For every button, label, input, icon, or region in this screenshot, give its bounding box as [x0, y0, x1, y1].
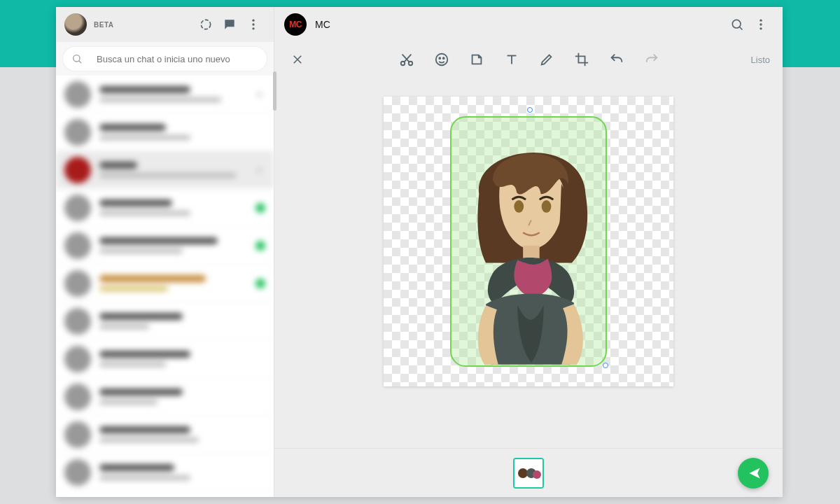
close-icon[interactable]	[287, 49, 308, 70]
image-thumbnail[interactable]	[513, 458, 544, 489]
svg-point-18	[440, 57, 441, 59]
svg-point-2	[252, 23, 254, 25]
send-button[interactable]	[738, 458, 769, 489]
emoji-icon[interactable]	[432, 50, 451, 69]
list-item[interactable]	[56, 189, 274, 227]
text-icon[interactable]	[502, 50, 522, 69]
unread-badge	[255, 279, 265, 288]
svg-point-0	[201, 20, 210, 29]
muted-icon	[255, 165, 265, 175]
svg-line-7	[740, 27, 743, 30]
svg-point-23	[542, 200, 552, 213]
list-item[interactable]	[56, 151, 274, 189]
menu-icon[interactable]	[749, 13, 773, 36]
svg-point-3	[252, 27, 254, 29]
svg-point-26	[518, 468, 528, 478]
status-icon[interactable]	[194, 13, 218, 36]
cut-icon[interactable]	[397, 50, 416, 69]
unread-badge	[255, 241, 265, 251]
app-window: BETA	[56, 7, 783, 497]
list-item[interactable]	[56, 227, 274, 265]
send-icon	[748, 466, 762, 480]
sidebar: BETA	[56, 7, 274, 497]
list-item[interactable]	[56, 416, 274, 454]
my-avatar[interactable]	[64, 13, 87, 36]
svg-point-10	[760, 27, 762, 29]
svg-point-17	[436, 54, 448, 66]
contact-name: MC	[315, 19, 330, 30]
editor-toolbar: Listo	[274, 42, 783, 77]
editor-canvas-area	[274, 77, 783, 448]
list-item[interactable]	[56, 113, 274, 151]
svg-point-22	[514, 200, 524, 213]
contact-avatar[interactable]: MC	[284, 13, 307, 36]
search-icon	[71, 53, 83, 64]
list-item[interactable]	[56, 340, 274, 378]
svg-line-5	[79, 61, 81, 63]
search-bar	[56, 42, 274, 76]
list-item[interactable]	[56, 378, 274, 416]
beta-badge: BETA	[94, 21, 113, 29]
svg-point-8	[760, 20, 762, 22]
search-icon[interactable]	[725, 13, 749, 36]
svg-point-28	[533, 470, 541, 479]
unread-badge	[255, 203, 265, 213]
search-input[interactable]	[97, 54, 258, 64]
draw-icon[interactable]	[537, 50, 556, 69]
muted-icon	[255, 90, 265, 99]
editor-canvas[interactable]	[384, 97, 673, 386]
search-box[interactable]	[63, 47, 267, 71]
new-chat-icon[interactable]	[218, 13, 241, 36]
list-item[interactable]	[56, 454, 274, 491]
selected-image	[451, 118, 606, 365]
done-button[interactable]: Listo	[751, 55, 770, 65]
menu-icon[interactable]	[241, 13, 265, 36]
list-item[interactable]	[56, 265, 274, 302]
svg-point-6	[732, 20, 741, 28]
list-item[interactable]	[56, 491, 274, 497]
chat-list[interactable]	[56, 76, 274, 497]
selection-handle-top[interactable]	[527, 107, 533, 113]
list-item[interactable]	[56, 302, 274, 340]
image-selection[interactable]	[450, 116, 607, 367]
svg-point-4	[74, 55, 80, 62]
sidebar-header: BETA	[56, 7, 274, 42]
selection-handle-bottom-right[interactable]	[603, 363, 608, 368]
svg-point-1	[252, 20, 254, 22]
svg-point-19	[443, 57, 444, 59]
attachment-tray	[274, 448, 783, 497]
sticker-icon[interactable]	[467, 50, 486, 69]
svg-point-9	[760, 23, 762, 25]
list-item[interactable]	[56, 76, 274, 113]
undo-icon[interactable]	[607, 50, 626, 69]
redo-icon	[642, 50, 662, 69]
main-panel: MC MC	[274, 7, 783, 497]
crop-icon[interactable]	[572, 50, 592, 69]
chat-header[interactable]: MC MC	[274, 7, 783, 42]
